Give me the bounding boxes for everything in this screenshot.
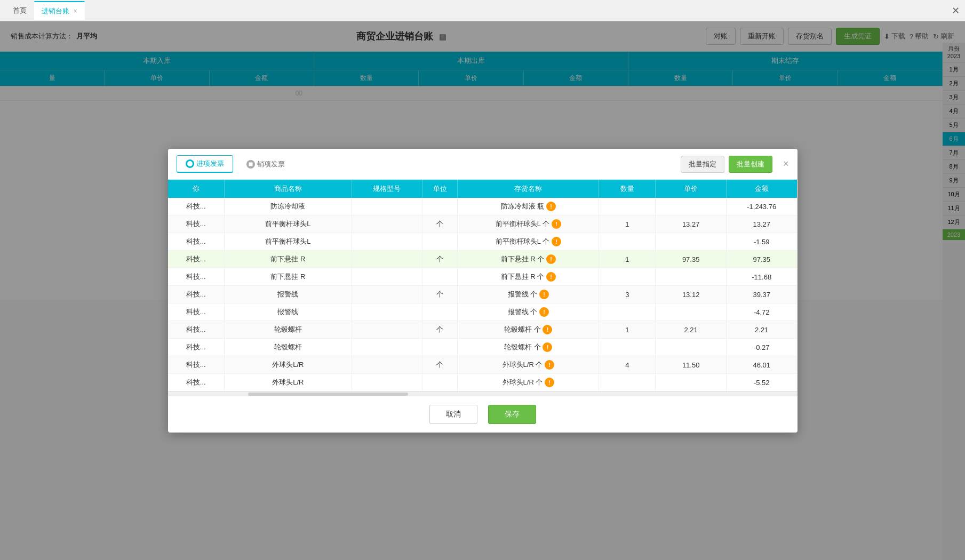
tab-purchase-invoice[interactable]: 进项发票 bbox=[177, 155, 233, 173]
modal-scrollbar-thumb[interactable] bbox=[248, 393, 408, 396]
tab-journal[interactable]: 进销台账 × bbox=[34, 1, 85, 20]
svg-point-0 bbox=[187, 161, 193, 166]
sale-tab-icon bbox=[246, 160, 255, 169]
table-row: 科技...轮毂螺杆轮毂螺杆 个 !-0.27 bbox=[168, 339, 797, 356]
warning-icon[interactable]: ! bbox=[545, 360, 554, 370]
th-unit-price: 单价 bbox=[656, 180, 727, 198]
warning-icon[interactable]: ! bbox=[539, 307, 549, 317]
modal-header: 进项发票 销项发票 批量指定 批量创建 × bbox=[168, 149, 797, 180]
tab-sale-invoice[interactable]: 销项发票 bbox=[237, 156, 294, 173]
th-unit: 单位 bbox=[422, 180, 458, 198]
modal-scrollbar[interactable] bbox=[168, 391, 797, 396]
table-header-row: 你 商品名称 规格型号 单位 存货名称 数量 单价 金额 bbox=[168, 180, 797, 198]
th-spec: 规格型号 bbox=[352, 180, 422, 198]
warning-icon[interactable]: ! bbox=[545, 378, 554, 387]
table-row: 科技...外球头L/R外球头L/R 个 !-5.52 bbox=[168, 374, 797, 391]
svg-rect-1 bbox=[249, 162, 253, 166]
save-button[interactable]: 保存 bbox=[488, 405, 536, 424]
table-row: 科技...前平衡杆球头L前平衡杆球头L 个 !-1.59 bbox=[168, 233, 797, 251]
table-row: 科技...外球头L/R个外球头L/R 个 !411.5046.01 bbox=[168, 356, 797, 374]
warning-icon[interactable]: ! bbox=[539, 290, 549, 299]
modal-body: 你 商品名称 规格型号 单位 存货名称 数量 单价 金额 科技...防冻冷却液防… bbox=[168, 180, 797, 391]
warning-icon[interactable]: ! bbox=[543, 325, 552, 334]
cancel-button[interactable]: 取消 bbox=[429, 405, 477, 424]
th-amount: 金额 bbox=[726, 180, 797, 198]
th-qty: 数量 bbox=[599, 180, 656, 198]
tab-close-journal[interactable]: × bbox=[74, 7, 77, 15]
warning-icon[interactable]: ! bbox=[552, 219, 561, 229]
th-company: 你 bbox=[168, 180, 225, 198]
modal-close-button[interactable]: × bbox=[783, 158, 789, 170]
warning-icon[interactable]: ! bbox=[546, 272, 556, 282]
th-inventory-name: 存货名称 bbox=[458, 180, 599, 198]
warning-icon[interactable]: ! bbox=[546, 254, 556, 264]
table-row: 科技...防冻冷却液防冻冷却液 瓶 !-1,243.76 bbox=[168, 198, 797, 215]
tab-home[interactable]: 首页 bbox=[5, 2, 34, 20]
window-close-icon[interactable]: ✕ bbox=[952, 5, 960, 17]
warning-icon[interactable]: ! bbox=[546, 202, 556, 211]
table-row: 科技...前平衡杆球头L个前平衡杆球头L 个 !113.2713.27 bbox=[168, 215, 797, 233]
invoice-table: 你 商品名称 规格型号 单位 存货名称 数量 单价 金额 科技...防冻冷却液防… bbox=[168, 180, 797, 391]
table-row: 科技...前下悬挂 R前下悬挂 R 个 !-11.68 bbox=[168, 268, 797, 286]
table-row: 科技...前下悬挂 R个前下悬挂 R 个 !197.3597.35 bbox=[168, 251, 797, 268]
warning-icon[interactable]: ! bbox=[552, 237, 561, 246]
table-row: 科技...报警线个报警线 个 !313.1239.37 bbox=[168, 286, 797, 303]
main-area: 销售成本计算方法： 月平均 商贸企业进销台账 ▤ 对账 重新开账 存货别名 生成… bbox=[0, 21, 965, 560]
batch-create-button[interactable]: 批量创建 bbox=[729, 156, 772, 173]
modal-actions: 批量指定 批量创建 bbox=[681, 156, 772, 173]
purchase-tab-icon bbox=[186, 159, 194, 168]
modal-dialog: 进项发票 销项发票 批量指定 批量创建 × bbox=[168, 149, 797, 433]
batch-assign-button[interactable]: 批量指定 bbox=[681, 156, 724, 173]
th-product-name: 商品名称 bbox=[225, 180, 352, 198]
tab-bar: 首页 进销台账 × ✕ bbox=[0, 0, 965, 21]
table-row: 科技...报警线报警线 个 !-4.72 bbox=[168, 303, 797, 321]
modal-footer: 取消 保存 bbox=[168, 396, 797, 433]
modal-overlay: 进项发票 销项发票 批量指定 批量创建 × bbox=[0, 21, 965, 560]
table-row: 科技...轮毂螺杆个轮毂螺杆 个 !12.212.21 bbox=[168, 321, 797, 339]
warning-icon[interactable]: ! bbox=[543, 342, 552, 352]
